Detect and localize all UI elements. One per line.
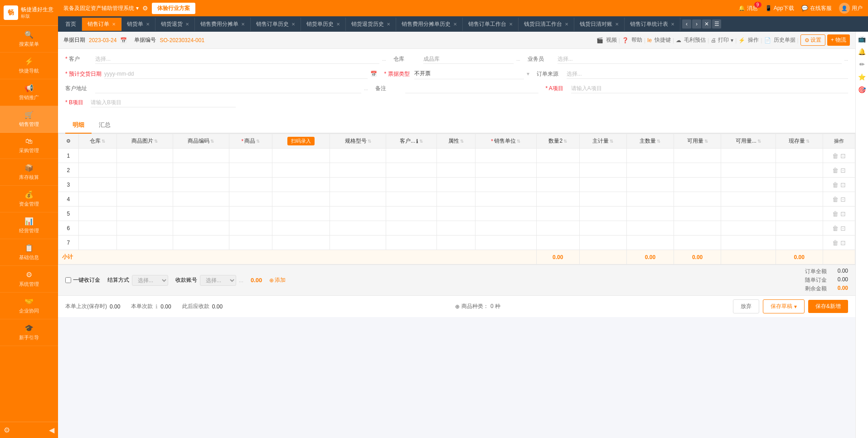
tab-sales-order[interactable]: 销售订单 ✕ [82, 18, 121, 31]
tab-sales-goods[interactable]: 销货单 ✕ [121, 18, 155, 31]
tab-sales-return[interactable]: 销货退货 ✕ [155, 18, 195, 31]
info-icon[interactable]: ℹ [155, 303, 158, 310]
tab-sales-expense[interactable]: 销售费用分摊单 ✕ [195, 18, 251, 31]
tab-close-icon[interactable]: ✕ [565, 22, 568, 27]
sidebar-item-inventory[interactable]: 📦 库存核算 [0, 159, 58, 186]
th-scan[interactable]: 扫码录入 [272, 134, 330, 149]
warehouse-ellipsis[interactable]: ... [516, 57, 520, 62]
sidebar-item-marketing[interactable]: 📢 营销推广 [0, 79, 58, 106]
th-goods[interactable]: * 商品 ⇅ [229, 134, 272, 149]
delete-row-icon[interactable]: 🗑 [832, 167, 839, 174]
sidebar-item-operations[interactable]: 📊 经营管理 [0, 212, 58, 239]
tab-close-all-btn[interactable]: ✕ [702, 19, 711, 29]
right-panel-tv-icon[interactable]: 📺 [857, 34, 868, 44]
right-panel-star-icon[interactable]: ⭐ [857, 72, 868, 82]
a-project-input[interactable] [571, 84, 849, 93]
copy-row-icon[interactable]: ⊡ [840, 225, 846, 232]
tab-close-icon[interactable]: ✕ [146, 22, 150, 27]
tab-menu-btn[interactable]: ☰ [712, 19, 721, 29]
tab-expense-history[interactable]: 销售费用分摊单历史 ✕ [396, 18, 463, 31]
right-panel-edit-icon[interactable]: ✏ [857, 59, 868, 70]
solution-button[interactable]: 体验行业方案 [152, 3, 195, 14]
user-item[interactable]: 👤 用户 [839, 3, 863, 14]
tab-prev-btn[interactable]: ‹ [682, 19, 691, 29]
customer-input[interactable] [95, 54, 379, 64]
th-warehouse[interactable]: 仓库 ⇅ [78, 134, 116, 149]
online-support-item[interactable]: 💬 在线客服 [801, 5, 832, 12]
settlement-select[interactable]: 选择... [132, 275, 168, 286]
sidebar-item-system[interactable]: ⚙ 系统管理 [0, 266, 58, 293]
th-image[interactable]: 商品图片 ⇅ [116, 134, 173, 149]
copy-row-icon[interactable]: ⊡ [840, 239, 846, 246]
delivery-calendar-icon[interactable]: 📅 [370, 71, 377, 77]
one-click-checkbox[interactable] [65, 277, 71, 283]
calendar-icon[interactable]: 📅 [120, 37, 127, 43]
tab-close-icon[interactable]: ✕ [453, 22, 457, 27]
info-icon[interactable]: ℹ [416, 138, 418, 144]
add-link[interactable]: ⊕ 添加 [269, 276, 286, 284]
tab-detail[interactable]: 明细 [65, 117, 92, 134]
tab-close-icon[interactable]: ✕ [509, 22, 513, 27]
copy-row-icon[interactable]: ⊡ [840, 152, 846, 159]
help-action[interactable]: ❓ 帮助 [622, 36, 642, 44]
customer-ellipsis[interactable]: ... [382, 57, 386, 62]
address-ellipsis[interactable]: ... [364, 86, 368, 91]
sidebar-item-basic-info[interactable]: 📋 基础信息 [0, 239, 58, 266]
tab-close-icon[interactable]: ✕ [291, 22, 295, 27]
account-select[interactable]: 选择... [200, 275, 236, 286]
th-available2[interactable]: 可用量... ⇅ [721, 134, 776, 149]
account-ellipsis[interactable]: ... [239, 277, 243, 284]
view-action[interactable]: 🎬 视频 [596, 36, 617, 44]
tab-return-history[interactable]: 销货退货历史 ✕ [346, 18, 396, 31]
tab-cash-workbench[interactable]: 钱货日清工作台 ✕ [519, 18, 574, 31]
copy-row-icon[interactable]: ⊡ [840, 181, 846, 188]
delete-row-icon[interactable]: 🗑 [832, 196, 839, 203]
copy-row-icon[interactable]: ⊡ [840, 196, 846, 203]
one-click-checkout[interactable]: 一键收订金 [65, 276, 100, 284]
tab-close-icon[interactable]: ✕ [671, 22, 674, 27]
th-available[interactable]: 可用量 ⇅ [674, 134, 721, 149]
system-title[interactable]: 装备及固定资产辅助管理系统 ▾ [63, 5, 139, 12]
sidebar-item-newbie[interactable]: 🎓 新手引导 [0, 319, 58, 346]
sidebar-item-enterprise[interactable]: 🤝 企业协同 [0, 293, 58, 319]
th-main-unit[interactable]: 主计量 ⇅ [579, 134, 626, 149]
delivery-date-input[interactable] [104, 69, 367, 79]
settings-button[interactable]: ⚙ 设置 [800, 34, 825, 46]
settings-bottom-icon[interactable]: ⚙ [4, 426, 10, 434]
profit-action[interactable]: ☁ 毛利预估 [676, 36, 706, 44]
tab-order-history[interactable]: 销售订单历史 ✕ [251, 18, 301, 31]
right-panel-target-icon[interactable]: 🎯 [857, 84, 868, 95]
th-settings[interactable]: ⚙ [58, 134, 79, 149]
salesperson-input[interactable] [558, 54, 842, 64]
print-dropdown-icon[interactable]: ▾ [731, 37, 733, 43]
tab-summary[interactable]: 汇总 [92, 117, 118, 134]
order-source-input[interactable] [567, 69, 849, 79]
tab-close-icon[interactable]: ✕ [336, 22, 340, 27]
sidebar-item-finance[interactable]: 💰 资金管理 [0, 186, 58, 212]
tab-close-icon[interactable]: ✕ [185, 22, 189, 27]
tab-goods-history[interactable]: 销货单历史 ✕ [301, 18, 346, 31]
warehouse-input[interactable] [423, 54, 514, 64]
save-draft-button[interactable]: 保存草稿 ▾ [763, 299, 805, 313]
copy-row-icon[interactable]: ⊡ [840, 167, 846, 174]
delete-row-icon[interactable]: 🗑 [832, 225, 839, 232]
sidebar-item-sales[interactable]: 🛒 销售管理 [0, 106, 58, 133]
invoice-dropdown-icon[interactable]: ▾ [527, 71, 529, 77]
header-settings-icon[interactable]: ⚙ [142, 5, 148, 12]
tab-close-icon[interactable]: ✕ [241, 22, 245, 27]
tab-cash-reconcile[interactable]: 钱货日清对账 ✕ [574, 18, 625, 31]
b-project-input[interactable] [91, 98, 236, 107]
tab-close-icon[interactable]: ✕ [112, 22, 116, 27]
remark-input[interactable] [405, 84, 538, 93]
salesperson-ellipsis[interactable]: ... [844, 57, 848, 62]
tab-close-icon[interactable]: ✕ [387, 22, 390, 27]
print-action[interactable]: 🖨 打印 ▾ [711, 36, 733, 44]
th-customer[interactable]: 客户... ℹ ⇅ [386, 134, 437, 149]
tab-home[interactable]: 首页 [60, 18, 82, 31]
delete-row-icon[interactable]: 🗑 [832, 181, 839, 188]
add-goods-button[interactable]: + 物流 [827, 34, 850, 46]
delete-row-icon[interactable]: 🗑 [832, 152, 839, 159]
right-panel-bell-icon[interactable]: 🔔 [857, 46, 868, 57]
delete-row-icon[interactable]: 🗑 [832, 239, 839, 246]
tab-close-icon[interactable]: ✕ [615, 22, 619, 27]
